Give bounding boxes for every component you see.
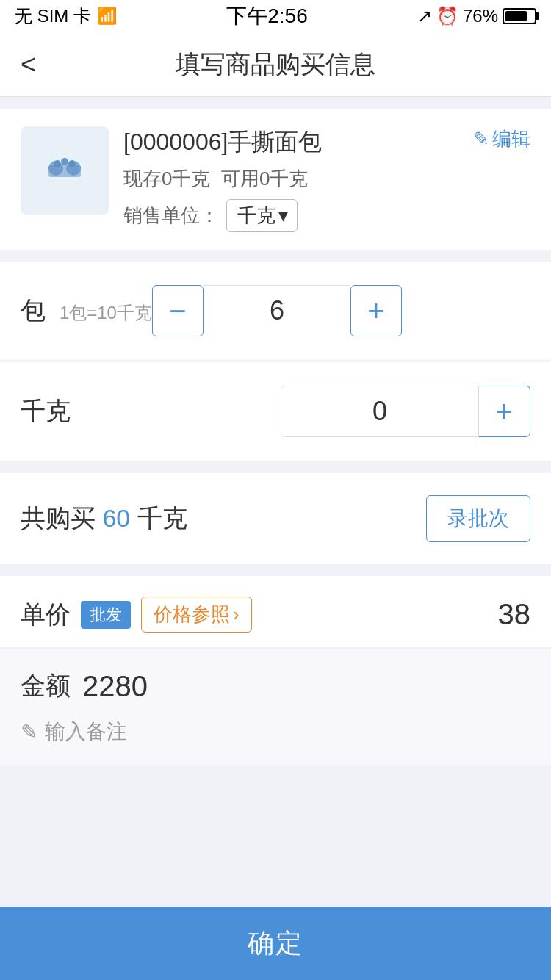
batch-button[interactable]: 录批次 xyxy=(426,495,530,542)
product-unit: 销售单位： 千克 ▾ xyxy=(123,199,530,232)
price-label: 单价 xyxy=(21,598,71,632)
location-icon: ↗ xyxy=(417,6,432,26)
bao-input[interactable] xyxy=(204,285,350,336)
chevron-down-icon: ▾ xyxy=(278,204,288,227)
price-value: 38 xyxy=(498,598,531,631)
product-thumbnail xyxy=(21,126,109,215)
amount-row: 金额 2280 xyxy=(21,669,530,703)
unit-selector[interactable]: 千克 ▾ xyxy=(226,199,298,232)
kg-controls: + xyxy=(281,386,530,437)
bao-minus-button[interactable]: − xyxy=(152,285,204,336)
product-stock: 现存0千克 可用0千克 xyxy=(123,166,530,192)
summary-section: 共购买 60 千克 录批次 xyxy=(0,473,551,564)
status-bar: 无 SIM 卡 📶 下午2:56 ↗ ⏰ 76% xyxy=(0,0,551,32)
nav-bar: < 填写商品购买信息 xyxy=(0,32,551,97)
price-row: 单价 批发 价格参照 › 38 xyxy=(21,597,530,633)
product-section: [0000006]手撕面包 ✎ 编辑 现存0千克 可用0千克 销售单位： 千克 … xyxy=(0,109,551,250)
bao-label-group: 包 1包=10千克 xyxy=(21,294,152,328)
price-left: 单价 批发 价格参照 › xyxy=(21,597,252,633)
kg-section: 千克 + xyxy=(0,362,551,461)
svg-point-4 xyxy=(68,160,76,167)
battery-percent: 76% xyxy=(463,6,498,26)
edit-icon: ✎ xyxy=(473,128,489,151)
kg-row: 千克 + xyxy=(0,362,551,461)
bao-controls: − + xyxy=(152,285,402,336)
status-time: 下午2:56 xyxy=(226,2,308,30)
kg-plus-button[interactable]: + xyxy=(479,386,530,437)
amount-section: 金额 2280 ✎ 输入备注 xyxy=(0,649,551,766)
status-right: ↗ ⏰ 76% xyxy=(417,6,536,26)
svg-point-3 xyxy=(54,160,61,167)
pencil-icon: ✎ xyxy=(21,720,37,744)
amount-label: 金额 xyxy=(21,669,71,703)
alarm-icon: ⏰ xyxy=(436,6,458,26)
price-ref-button[interactable]: 价格参照 › xyxy=(141,597,252,633)
battery-icon xyxy=(503,8,536,24)
price-tag: 批发 xyxy=(81,601,131,629)
summary-unit: 千克 xyxy=(137,504,187,532)
svg-point-5 xyxy=(61,158,68,165)
bao-sublabel: 1包=10千克 xyxy=(60,303,152,323)
product-name: [0000006]手撕面包 xyxy=(123,126,322,159)
edit-button[interactable]: ✎ 编辑 xyxy=(473,126,530,152)
bao-label: 包 xyxy=(21,296,46,324)
price-section: 单价 批发 价格参照 › 38 xyxy=(0,576,551,647)
carrier-text: 无 SIM 卡 xyxy=(15,4,91,28)
summary-amount: 60 xyxy=(102,504,130,532)
back-button[interactable]: < xyxy=(21,49,36,80)
page-title: 填写商品购买信息 xyxy=(176,48,375,82)
kg-label: 千克 xyxy=(21,394,281,428)
bao-plus-button[interactable]: + xyxy=(350,285,402,336)
summary-text: 共购买 60 千克 xyxy=(21,502,187,536)
chevron-right-icon: › xyxy=(233,603,240,626)
remark-row[interactable]: ✎ 输入备注 xyxy=(21,718,530,746)
svg-rect-2 xyxy=(48,165,81,177)
bao-section: 包 1包=10千克 − + xyxy=(0,262,551,361)
amount-value: 2280 xyxy=(82,670,148,703)
remark-placeholder: 输入备注 xyxy=(45,718,127,746)
product-info: [0000006]手撕面包 ✎ 编辑 现存0千克 可用0千克 销售单位： 千克 … xyxy=(123,126,530,232)
status-left: 无 SIM 卡 📶 xyxy=(15,4,117,28)
bao-row: 包 1包=10千克 − + xyxy=(0,262,551,361)
kg-input[interactable] xyxy=(281,386,479,437)
confirm-button[interactable]: 确定 xyxy=(0,907,551,980)
wifi-icon: 📶 xyxy=(97,7,117,26)
